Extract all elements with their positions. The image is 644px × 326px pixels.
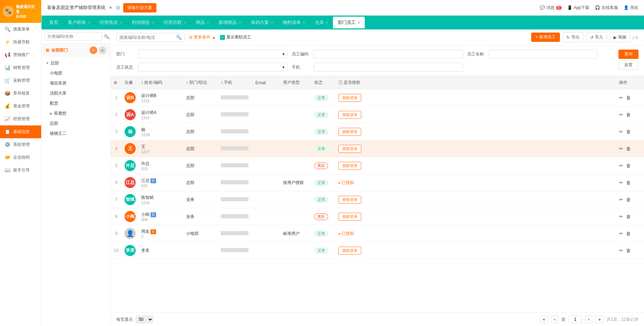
edit-button[interactable]: ✏ [619, 112, 623, 117]
dropdown-icon[interactable]: ▼ [108, 5, 113, 10]
last-page-button[interactable]: » [595, 316, 604, 323]
tab-add-goods[interactable]: 新增商品× [214, 17, 246, 28]
auth-login-button[interactable]: 授权登录 [338, 111, 361, 119]
tab-employees[interactable]: 部门员工× [333, 17, 365, 28]
delete-button[interactable]: 🗑 [626, 163, 631, 168]
close-icon[interactable]: × [88, 20, 90, 25]
tree-item-shuanglu[interactable]: ▶ 双鹿想 [42, 108, 110, 118]
auth-login-button[interactable]: 授权登录 [338, 213, 361, 221]
reset-button[interactable]: 设置 [618, 60, 638, 70]
per-page-select[interactable]: 50 20 100 [136, 316, 153, 323]
edit-button[interactable]: ✏ [619, 163, 623, 168]
dept-select[interactable]: ▾ [138, 50, 288, 59]
edit-button[interactable]: ✏ [619, 197, 623, 202]
col-phone-header[interactable]: ↕ 手机 [218, 76, 253, 89]
tree-item-zongbu[interactable]: ▼ 总部 [42, 58, 110, 68]
page-number-input[interactable] [568, 316, 582, 323]
close-icon[interactable]: × [184, 20, 186, 25]
sidebar-item-finance[interactable]: 💰资金管理 [0, 100, 41, 113]
help-button[interactable]: | ⊙ [633, 35, 638, 40]
add-employee-button[interactable]: + 新增员工 [531, 33, 560, 42]
show-resigned-toggle[interactable]: ✓ 显示离职员工 [220, 34, 251, 40]
col-name-header[interactable]: ↕ 姓名/编码 [138, 76, 183, 89]
tree-item-zongbu2[interactable]: 总部 [42, 118, 110, 129]
sidebar-item-search[interactable]: 🔍搜索菜单 [0, 23, 41, 36]
sidebar-item-enterprise[interactable]: 🤝企业协同 [0, 151, 41, 164]
import-button[interactable]: ↺ 导入 [586, 32, 607, 42]
close-icon[interactable]: × [303, 20, 305, 25]
tree-item-peihuo[interactable]: 配货 [42, 98, 110, 108]
tab-operation[interactable]: 经营情况× [95, 17, 127, 28]
edit-button[interactable]: ✏ [619, 248, 623, 253]
delete-button[interactable]: 🗑 [626, 214, 631, 219]
close-icon[interactable]: × [120, 20, 122, 25]
delete-button[interactable]: 🗑 [626, 95, 631, 100]
sidebar-item-marketing[interactable]: 📢营销推广 [0, 49, 41, 61]
tree-item-xiaodian[interactable]: 小电部 [42, 68, 110, 78]
phone-input[interactable] [314, 63, 463, 72]
settings-icon[interactable]: ⚙ [116, 5, 120, 11]
tree-item-shenyang[interactable]: 沈阳大库 [42, 88, 110, 98]
tree-item-plant[interactable]: 植物王二 [42, 129, 110, 139]
sidebar-item-inventory[interactable]: 📦库存核算 [0, 87, 41, 100]
close-icon[interactable]: × [326, 20, 328, 25]
employee-search-input[interactable] [119, 35, 175, 40]
auth-login-button[interactable]: 授权登录 [338, 128, 361, 136]
query-button[interactable]: 查询 [618, 50, 638, 59]
delete-button[interactable]: 🗑 [626, 197, 631, 202]
tab-profit[interactable]: 利润报告× [127, 17, 159, 28]
sidebar-item-quick[interactable]: ⚡快捷导航 [0, 36, 41, 49]
edit-button[interactable]: ✏ [619, 129, 623, 134]
close-icon[interactable]: × [358, 20, 360, 25]
delete-button[interactable]: 🗑 [626, 112, 631, 117]
tab-warehouse[interactable]: 仓库× [310, 17, 333, 28]
tree-item-project[interactable]: 项目库房 [42, 78, 110, 88]
online-support-button[interactable]: 🎧 在线客服 [595, 5, 618, 11]
delete-button[interactable]: 🗑 [626, 129, 631, 134]
auth-login-button[interactable]: 授权登录 [338, 94, 361, 102]
sidebar-item-operations[interactable]: 📈经营管理 [0, 113, 41, 125]
edit-button[interactable]: ✏ [619, 146, 623, 151]
app-download-button[interactable]: 📱 App下载 [567, 5, 589, 11]
experience-button[interactable]: 体验行业方案 [123, 3, 156, 12]
edit-button[interactable]: ✏ [619, 95, 623, 100]
emp-status-select[interactable]: ▾ [138, 63, 288, 72]
edit-button[interactable]: ✏ [619, 180, 623, 185]
view-button[interactable]: ▶ 视频 [610, 32, 630, 42]
auth-login-button[interactable]: 授权登录 [338, 162, 361, 170]
message-button[interactable]: 💬 消息 6 [540, 5, 562, 11]
emp-code-input[interactable] [314, 50, 463, 59]
tab-customer[interactable]: 客户联络× [63, 17, 95, 28]
tab-bom[interactable]: 物料清单× [278, 17, 310, 28]
sidebar-item-guide[interactable]: 📖新手引导 [0, 164, 41, 177]
col-settings[interactable]: ⚙ [111, 76, 122, 89]
emp-name-input[interactable] [489, 50, 597, 59]
delete-button[interactable]: 🗑 [626, 248, 631, 253]
tab-barcode[interactable]: 条码方案× [246, 17, 278, 28]
close-icon[interactable]: × [239, 20, 241, 25]
close-icon[interactable]: × [152, 20, 154, 25]
edit-button[interactable]: ✏ [619, 214, 623, 219]
delete-button[interactable]: 🗑 [626, 231, 631, 236]
close-icon[interactable]: × [207, 20, 209, 25]
collapse-panel-button[interactable]: « [99, 46, 106, 54]
edit-button[interactable]: ✏ [619, 231, 623, 236]
next-page-button[interactable]: › [585, 316, 592, 323]
prev-page-button[interactable]: ‹ [551, 316, 559, 323]
export-button[interactable]: ↻ 导出 [563, 32, 583, 42]
auth-login-button[interactable]: 授权登录 [338, 145, 361, 153]
auth-login-button[interactable]: 授权登录 [338, 196, 361, 204]
col-dept-header[interactable]: ↕ 部门/职位 [183, 76, 218, 89]
sidebar-item-basic[interactable]: 📋基础信息 [0, 125, 41, 138]
tab-goods[interactable]: 商品× [191, 17, 214, 28]
tab-home[interactable]: 首页 [44, 17, 63, 28]
dept-search-input[interactable] [44, 32, 102, 41]
sidebar-item-purchase[interactable]: 🛒采购管理 [0, 74, 41, 87]
first-page-button[interactable]: « [540, 316, 548, 323]
delete-button[interactable]: 🗑 [626, 180, 631, 185]
more-filter-button[interactable]: ⊟ 更多条件 ▲ [189, 34, 216, 40]
auth-login-button[interactable]: 授权登录 [338, 247, 361, 255]
user-menu[interactable]: 👤 用友 [624, 5, 638, 11]
add-dept-button[interactable]: + [90, 46, 97, 54]
sidebar-item-sales[interactable]: 📊销售管理 [0, 61, 41, 74]
